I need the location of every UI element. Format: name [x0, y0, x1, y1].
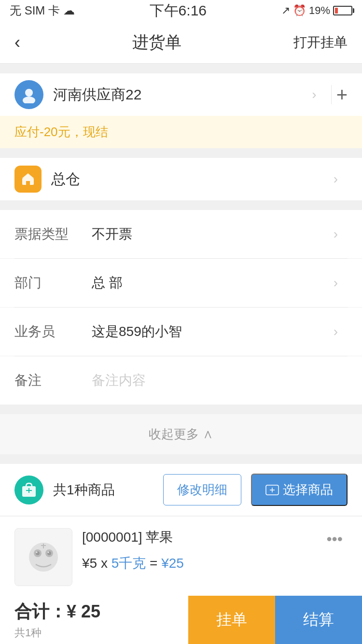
product-card: [0000001] 苹果 ¥5 x 5千克 = ¥25 ••• [0, 517, 362, 598]
price-total: ¥25 [161, 556, 184, 571]
products-icon [14, 476, 43, 504]
notice-bar: 应付-20元，现结 [0, 116, 362, 148]
remark-row[interactable]: 备注 备注内容 [0, 356, 362, 405]
product-name: [0000001] 苹果 [82, 528, 312, 546]
footer-total: 合计：¥ 25 共1种 [0, 596, 188, 644]
gap-3 [0, 200, 362, 210]
dept-label: 部门 [14, 274, 82, 292]
status-time: 下午6:16 [150, 1, 207, 21]
svg-point-17 [48, 552, 49, 553]
battery-percent: 19% [309, 4, 330, 17]
product-thumbnail [14, 528, 72, 586]
select-product-label: 选择商品 [283, 481, 333, 498]
gap-5 [0, 454, 362, 464]
price-equals: = [146, 556, 161, 571]
total-label: 合计： [14, 602, 67, 621]
dept-row[interactable]: 部门 总 部 › [0, 259, 362, 307]
dept-value: 总 部 [82, 274, 334, 292]
svg-marker-3 [22, 173, 34, 178]
collapse-button[interactable]: 收起更多 ∧ [0, 414, 362, 454]
total-amount: 合计：¥ 25 [14, 600, 174, 624]
supplier-avatar [14, 80, 43, 109]
location-icon: ↗ [281, 4, 290, 17]
staff-label: 业务员 [14, 322, 82, 341]
page-title: 进货单 [132, 31, 181, 54]
status-bar: 无 SIM 卡 ☁ 下午6:16 ↗ ⏰ 19% [0, 0, 362, 21]
staff-value: 这是859的小智 [82, 322, 334, 341]
warehouse-icon [14, 166, 42, 193]
hang-button[interactable]: 挂单 [188, 596, 275, 644]
supplier-chevron-icon: › [312, 87, 316, 102]
ticket-type-row[interactable]: 票据类型 不开票 › [0, 210, 362, 258]
products-header: 共1种商品 修改明细 选择商品 [0, 464, 362, 516]
supplier-row[interactable]: 河南供应商22 › + [0, 73, 362, 116]
price-text: ¥5 x [82, 556, 111, 571]
remark-label: 备注 [14, 371, 82, 390]
checkout-button[interactable]: 结算 [275, 596, 362, 644]
warehouse-chevron-icon: › [334, 171, 338, 187]
vertical-divider [331, 85, 332, 104]
staff-chevron-icon: › [334, 324, 338, 339]
warehouse-row[interactable]: 总仓 › [0, 158, 362, 200]
svg-rect-4 [26, 181, 30, 185]
staff-row[interactable]: 业务员 这是859的小智 › [0, 308, 362, 356]
svg-point-14 [36, 552, 38, 553]
select-product-button[interactable]: 选择商品 [251, 474, 348, 506]
product-info: [0000001] 苹果 ¥5 x 5千克 = ¥25 [82, 528, 312, 573]
product-price: ¥5 x 5千克 = ¥25 [82, 554, 312, 573]
dept-chevron-icon: › [334, 275, 338, 291]
gap-1 [0, 64, 362, 73]
remark-input[interactable]: 备注内容 [82, 371, 348, 390]
gap-2 [0, 148, 362, 158]
ticket-type-label: 票据类型 [14, 225, 82, 243]
ticket-type-value: 不开票 [82, 225, 334, 243]
footer: 合计：¥ 25 共1种 挂单 结算 [0, 596, 362, 644]
open-hang-button[interactable]: 打开挂单 [293, 33, 348, 52]
gap-4 [0, 405, 362, 414]
total-value: ¥ 25 [67, 602, 100, 621]
svg-point-0 [25, 89, 33, 97]
alarm-icon: ⏰ [293, 4, 306, 17]
status-left: 无 SIM 卡 ☁ [10, 3, 75, 18]
edit-detail-button[interactable]: 修改明细 [163, 474, 241, 505]
sim-signal: 无 SIM 卡 ☁ [10, 3, 75, 18]
product-more-button[interactable]: ••• [321, 528, 348, 550]
products-count: 共1种商品 [53, 481, 153, 499]
status-right: ↗ ⏰ 19% [281, 4, 352, 17]
nav-bar: ‹ 进货单 打开挂单 [0, 21, 362, 64]
total-sub: 共1种 [14, 626, 174, 640]
svg-point-1 [23, 97, 35, 103]
battery-icon [333, 6, 352, 15]
add-supplier-button[interactable]: + [336, 84, 348, 106]
price-qty: 5千克 [111, 556, 146, 571]
supplier-name: 河南供应商22 [53, 85, 312, 105]
warehouse-name: 总仓 [51, 169, 334, 189]
ticket-type-chevron-icon: › [334, 226, 338, 242]
back-button[interactable]: ‹ [14, 32, 20, 53]
